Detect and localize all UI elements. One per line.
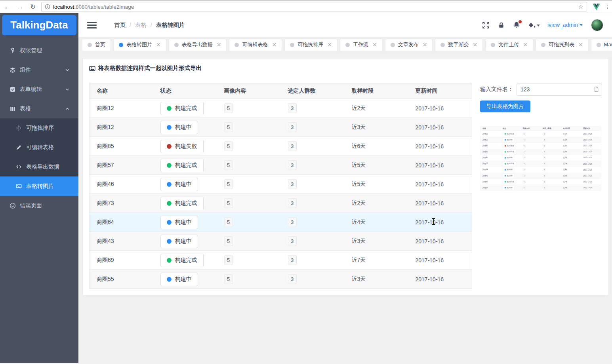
cell-period: 近2天 [345,99,408,118]
cell-period: 近2天 [345,194,408,213]
sidebar-item-table-to-image[interactable]: 表格转图片 [0,176,78,196]
column-header-period[interactable]: 取样时段 [345,83,408,99]
table-row[interactable]: 商圈57构建完成53近5天2017-10-16 [90,156,472,175]
export-image-button[interactable]: 导出表格为图片 [480,100,530,112]
table-row[interactable]: 商圈46构建中53近5天2017-10-16 [90,175,472,194]
sidebar-item-table-export[interactable]: 表格导出数据 [0,157,78,176]
fullscreen-icon[interactable] [482,21,490,29]
content-count-tag: 5 [224,198,233,208]
content-count-tag: 5 [224,236,233,246]
status-dot-icon [167,144,172,149]
table-row[interactable]: 商圈85构建失败53近6天2017-10-16 [90,137,472,156]
table-row[interactable]: 商圈69构建完成53近7天2017-10-16 [90,251,472,270]
sidebar-item-label: 权限管理 [20,47,42,54]
content-count-tag: 5 [224,160,233,170]
status-dot-icon [167,220,172,225]
content-count-tag: 5 [224,103,233,113]
filename-input[interactable] [517,83,602,96]
table-row[interactable]: 商圈12构建完成53近2天2017-10-16 [90,99,472,118]
tab-dot-icon [88,43,92,47]
close-tab-icon[interactable]: ✕ [423,42,427,47]
close-tab-icon[interactable]: ✕ [523,42,528,47]
theme-switch-icon[interactable] [528,22,536,28]
tab-editable-table[interactable]: 可编辑表格✕ [229,39,282,51]
status-label: 构建中 [175,124,192,131]
user-menu[interactable]: iview_admin [547,22,583,28]
status-dot-icon [167,201,172,206]
notifications-bell-icon[interactable] [513,21,520,28]
table-row[interactable]: 商圈43构建中53近3天2017-10-16 [90,232,472,251]
tab-workflow[interactable]: 工作流✕ [340,39,383,51]
tab-article-publish[interactable]: 文章发布✕ [385,39,433,51]
tab-dot-icon [597,43,601,47]
table-row[interactable]: 商圈73构建完成53近2天2017-10-16 [90,194,472,213]
avatar[interactable] [591,19,603,31]
close-tab-icon[interactable]: ✕ [272,42,276,47]
breadcrumb-tables[interactable]: 表格 [135,21,147,29]
close-tab-icon[interactable]: ✕ [372,42,377,47]
tab-markdown-editor[interactable]: Markdown编辑器✕ [591,39,612,51]
tab-drag-list[interactable]: 可拖拽列表✕ [536,39,589,51]
column-header-people[interactable]: 选定人群数 [281,83,345,99]
sidebar-item-error-pages[interactable]: 错误页面 [0,196,78,215]
tab-home[interactable]: 首页 [82,39,111,51]
checkbox-icon [10,86,16,93]
tab-table-to-image[interactable]: 表格转图片✕ [113,39,166,51]
layers-icon [10,67,16,73]
browser-back-button[interactable]: ← [3,4,12,10]
vue-devtools-icon[interactable] [593,4,600,10]
cell-period: 近3天 [345,232,408,251]
close-tab-icon[interactable]: ✕ [217,42,221,47]
close-tab-icon[interactable]: ✕ [473,42,477,47]
close-tab-icon[interactable]: ✕ [578,42,583,47]
chevron-down-icon [65,68,70,72]
column-header-updated[interactable]: 更新时间 [408,83,472,99]
table-row[interactable]: 商圈12构建中53近3天2017-10-16 [90,118,472,137]
cell-period: 近5天 [345,156,408,175]
status-dot-icon [167,125,172,130]
sidebar-item-editable-table[interactable]: 可编辑表格 [0,138,78,157]
page-info-icon[interactable] [45,4,50,9]
tab-number-gradient[interactable]: 数字渐变✕ [435,39,483,51]
people-count-tag: 3 [288,236,297,246]
sidebar-item-permissions[interactable]: 权限管理 [0,41,78,60]
breadcrumb-home[interactable]: 首页 [114,21,126,29]
sidebar-item-label: 组件 [20,66,31,74]
browser-forward-button[interactable]: → [16,4,25,10]
browser-reload-button[interactable]: ↻ [29,4,37,10]
cell-updated: 2017-10-16 [408,118,472,137]
url-text[interactable]: localhost:8080/tables/table2image [53,4,576,10]
close-tab-icon[interactable]: ✕ [156,42,161,47]
table-row[interactable]: 商圈55构建中53近3天2017-10-16 [90,270,472,289]
column-header-name[interactable]: 名称 [90,83,153,99]
column-header-status[interactable]: 状态 [153,83,217,99]
close-tab-icon[interactable]: ✕ [327,42,332,47]
table-row[interactable]: 商圈64构建中53近4天2017-10-16 [90,213,472,232]
content-count-tag: 5 [224,217,233,227]
status-label: 构建完成 [175,105,197,112]
people-count-tag: 3 [288,255,297,265]
browser-menu-icon[interactable]: ⋮ [605,6,607,8]
cell-name: 商圈55 [90,270,153,289]
cell-updated: 2017-10-16 [408,232,472,251]
card-title: 将表格数据连同样式一起以图片形式导出 [89,64,602,72]
column-header-content[interactable]: 画像内容 [217,83,281,99]
tab-file-upload[interactable]: 文件上传✕ [485,39,533,51]
app-logo[interactable]: TalkingData [2,15,76,35]
sidebar-item-form-edit[interactable]: 表单编辑 [0,80,78,99]
sidebar-item-drag-sort[interactable]: 可拖拽排序 [0,118,78,138]
status-label: 构建完成 [175,200,197,207]
sidebar-item-label: 可拖拽排序 [26,125,54,132]
bookmark-star-icon[interactable]: ☆ [578,3,583,10]
sidebar-item-tables[interactable]: 表格 [0,99,78,118]
sidebar-item-components[interactable]: 组件 [0,60,78,80]
status-badge: 构建失败 [160,140,204,153]
collapse-menu-icon[interactable] [87,20,97,30]
address-bar[interactable]: localhost:8080/tables/table2image ☆ [41,2,587,11]
tab-drag-sort[interactable]: 可拖拽排序✕ [284,39,337,51]
cell-period: 近6天 [345,137,408,156]
image-icon [16,183,22,190]
lock-icon[interactable] [498,22,505,28]
tab-table-export[interactable]: 表格导出数据✕ [169,39,227,51]
cell-period: 近3天 [345,270,408,289]
